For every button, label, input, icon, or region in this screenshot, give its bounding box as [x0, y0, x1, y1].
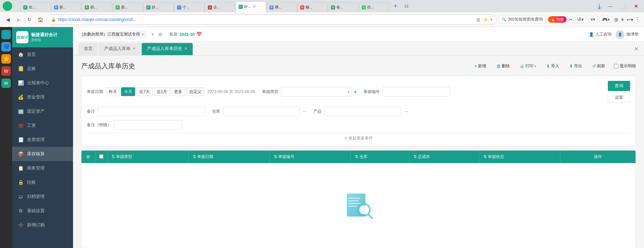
refresh-data-button[interactable]: ↺ 刷新 [588, 61, 609, 71]
tab-close-icon[interactable]: ✕ [252, 4, 257, 9]
tab-teng[interactable]: 腾 腾... [266, 2, 297, 12]
apps-icon[interactable]: ⊞ [614, 17, 618, 22]
url-bar[interactable]: 🔒 https://cloud.chanjet.com/accounting/u… [47, 15, 497, 25]
nav-item-fixed-assets[interactable]: 🏢 固定资产 [12, 104, 73, 118]
tab-yi1[interactable]: 易 易... [82, 2, 112, 12]
last1m-btn[interactable]: 近1月 [154, 87, 170, 96]
note-input[interactable] [98, 107, 205, 116]
nav-label-invoice: 发票管理 [27, 137, 68, 143]
ai-consult-button[interactable]: 👤 人工咨询 [589, 31, 612, 37]
refresh-button[interactable]: ↻ [25, 15, 34, 24]
tab-ge2[interactable]: 各 各... [328, 2, 358, 12]
yesterday-btn[interactable]: 昨天 [106, 87, 120, 96]
nav-item-ledger[interactable]: 📒 总账 [12, 62, 73, 76]
tab-active[interactable]: 好 好... ✕ [236, 1, 266, 12]
app-icon-main[interactable]: 🌐 [1, 30, 11, 39]
show-cols-toggle[interactable]: 显示明细 [614, 63, 636, 69]
date-col[interactable]: ⇅ 单据日期 [188, 151, 269, 163]
app-icon-blue[interactable]: 💙 [1, 42, 11, 51]
import-button[interactable]: ⬇ 导入 [542, 61, 563, 71]
query-button[interactable]: 查询 [608, 81, 630, 91]
tab-chang[interactable]: M 畅... [297, 2, 328, 12]
settings-icon[interactable]: ⚙ [158, 32, 163, 37]
maximize-button[interactable]: ⬜ [618, 3, 629, 9]
back-button[interactable]: ◀ [3, 15, 12, 24]
nav-item-archive[interactable]: 🗂 归档管理 [12, 189, 73, 204]
print-button[interactable]: 🖨 打印 ▾ [516, 61, 540, 71]
settings-button[interactable]: 设置 [608, 92, 630, 103]
app-icon-teal[interactable]: ✉ [1, 78, 11, 88]
nav-item-closing[interactable]: 🔒 结账 [12, 175, 73, 189]
delete-button[interactable]: 🗑 删除 [492, 61, 514, 71]
nav-item-settings[interactable]: ⚙ 基础设置 [12, 204, 73, 218]
status-col[interactable]: ⇅ 单据状态 [479, 151, 560, 163]
more-date-btn[interactable]: 更多 [171, 87, 185, 96]
total-cost-col[interactable]: ⇅ 总成本 [409, 151, 479, 163]
calendar-icon[interactable]: 📅 [196, 32, 202, 37]
custom-date-btn[interactable]: 自定义 [186, 87, 205, 96]
tab-qi[interactable]: 企 企... [205, 2, 235, 12]
forward-button[interactable]: ▶ [14, 15, 23, 24]
nav-item-home[interactable]: 🏠 首页 [12, 47, 73, 62]
page-tab-history[interactable]: 产成品入库单历史 ✕ [142, 43, 193, 55]
minimize-button[interactable]: — [605, 3, 615, 9]
close-list-tab-icon[interactable]: ✕ [133, 46, 136, 51]
settings-nav-icon: ⚙ [18, 208, 24, 213]
nav-item-inventory[interactable]: 📦 库存核算 [12, 147, 73, 161]
new-button[interactable]: + 新增 [470, 61, 490, 71]
collapse-filter-button[interactable]: ∧ 收起更多条件 [344, 135, 373, 141]
scissors-icon[interactable]: ✂ [569, 17, 573, 22]
tab-zairu[interactable]: 在 在... [20, 2, 51, 12]
home-button[interactable]: 🏠 [36, 15, 45, 24]
tab-new[interactable]: 新 新... [51, 2, 81, 12]
last7-btn[interactable]: 近7天 [136, 87, 153, 96]
tab-ge[interactable]: 个 个... [174, 2, 205, 12]
today-btn[interactable]: 今天 [121, 87, 135, 96]
undo-icon[interactable]: ↩▾ [627, 17, 633, 22]
hot-search-badge[interactable]: 🔥 热搜 [548, 16, 567, 23]
company-selector[interactable]: (勿删勿禁用）江西服宝测试专用 ▾ [78, 30, 147, 39]
product-input[interactable] [324, 107, 401, 116]
tab-yi2[interactable]: 易 易... [113, 2, 143, 12]
nav-item-tax[interactable]: 📋 税务管理 [12, 161, 73, 175]
nav-item-invoice[interactable]: 🧾 发票管理 [12, 133, 73, 147]
type-filter-label: 单据类型 [262, 89, 278, 95]
select-all-checkbox[interactable] [99, 154, 103, 159]
checkbox-col[interactable] [95, 151, 107, 163]
nav-item-payroll[interactable]: 💼 工资 [12, 118, 73, 133]
url-text: https://cloud.chanjet.com/accounting/uru… [58, 17, 474, 22]
settings-col[interactable]: ⚙ [81, 151, 95, 163]
nav-item-add-order[interactable]: ➕ 新增订购 [12, 218, 73, 232]
nav-item-fund[interactable]: 💰 资金管理 [12, 90, 73, 104]
close-button[interactable]: ✕ [631, 3, 641, 9]
translate-icon[interactable]: 译▾ [575, 16, 586, 24]
warehouse-col[interactable]: ⇅ 仓库 [351, 151, 409, 163]
dropdown-icon[interactable]: ▾ [490, 17, 492, 22]
nav-item-cloud-report[interactable]: 📊 云报表中心 [12, 76, 73, 90]
game-icon[interactable]: 🎮▾ [600, 16, 612, 23]
show-cols-checkbox[interactable] [614, 64, 618, 68]
type-select[interactable] [281, 87, 352, 96]
product-dots[interactable]: ··· [404, 109, 408, 114]
app-icon-yellow[interactable]: W [1, 66, 11, 76]
export-button[interactable]: ⬆ 导出 [565, 61, 586, 71]
type-col[interactable]: ⇅ 单据类型 [107, 151, 188, 163]
detail-note-input[interactable] [114, 120, 182, 130]
page-tab-list[interactable]: 产成品入库单 ✕ [99, 43, 141, 55]
app-icon-orange[interactable]: ⭐ [1, 54, 11, 64]
user-avatar-area[interactable]: 👤 徐泽华 [616, 30, 639, 39]
page-tab-home[interactable]: 首页 [78, 43, 98, 55]
yuan-icon[interactable]: ¥▾ [588, 16, 598, 23]
more-icon[interactable]: ⋮ [635, 16, 641, 23]
tab-hao1[interactable]: 好 好... [143, 2, 174, 12]
new-tab-button[interactable]: + [391, 1, 400, 11]
tab-mu[interactable]: S 目... [359, 2, 389, 12]
close-history-tab-icon[interactable]: ✕ [184, 46, 187, 51]
warehouse-input[interactable] [223, 107, 300, 116]
panel-close-button[interactable]: ✕ [634, 45, 639, 52]
add-company-button[interactable]: + [151, 31, 154, 38]
brightness-icon[interactable]: ☀ [620, 17, 625, 22]
number-input[interactable] [382, 87, 450, 96]
warehouse-dots[interactable]: ··· [303, 109, 307, 114]
number-col[interactable]: ⇅ 单据编号 [269, 151, 351, 163]
